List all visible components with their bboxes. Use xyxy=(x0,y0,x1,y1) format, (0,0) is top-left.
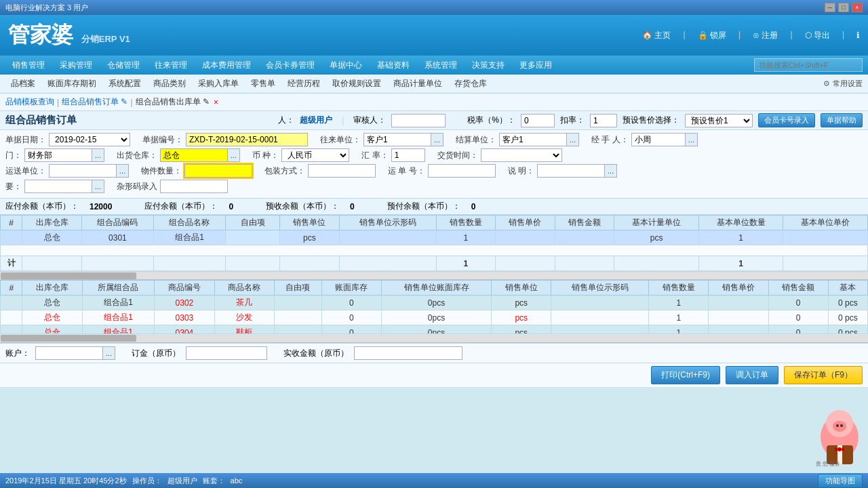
svg-rect-8 xyxy=(837,445,842,464)
to-unit-input[interactable] xyxy=(363,133,431,146)
settle-label: 结算单位： xyxy=(456,134,496,146)
payee-input[interactable] xyxy=(35,346,103,360)
must-btn[interactable]: … xyxy=(92,180,104,193)
help-btn[interactable]: 单据帮助 xyxy=(821,113,863,127)
nav-voucher[interactable]: 单据中心 xyxy=(323,58,369,73)
exchange-input[interactable] xyxy=(391,148,425,162)
tax-rate-input[interactable] xyxy=(521,114,555,127)
must-input[interactable] xyxy=(24,180,92,193)
page-title-row: 组合品销售订单 人： 超级用户 | 审核人： 税率（%）： 扣率： 预设售价选择… xyxy=(0,111,868,130)
tool-account-init[interactable]: 账面库存期初 xyxy=(42,77,102,91)
shipping-no-input[interactable] xyxy=(428,164,496,178)
maximize-button[interactable]: □ xyxy=(838,3,849,12)
nav-transactions[interactable]: 往来管理 xyxy=(148,58,194,73)
pack-input[interactable] xyxy=(308,164,376,178)
function-map-button[interactable]: 功能导图 xyxy=(818,474,863,488)
handler-btn[interactable]: … xyxy=(686,133,698,146)
top-table: # 出库仓库 组合品编码 组合品名称 自由项 销售单位 销售单位示形码 销售数量… xyxy=(0,215,868,271)
settings-area: ⚙ 常用设置 xyxy=(823,79,863,89)
import-button[interactable]: 调入订单 xyxy=(726,366,778,384)
handler-input[interactable] xyxy=(631,133,686,146)
col-combo-name: 组合品名称 xyxy=(153,216,225,230)
qty-input[interactable] xyxy=(184,164,252,178)
bc-close-icon[interactable]: × xyxy=(214,98,218,107)
tool-product-file[interactable]: 品档案 xyxy=(5,77,41,91)
nav-basics[interactable]: 基础资料 xyxy=(370,58,416,73)
settle-input[interactable] xyxy=(499,133,567,146)
tool-unit[interactable]: 商品计量单位 xyxy=(388,77,448,91)
nav-decision[interactable]: 决策支持 xyxy=(465,58,511,73)
lock-link[interactable]: 🔒 锁屏 xyxy=(698,30,726,41)
settle-btn[interactable]: … xyxy=(567,133,579,146)
doc-no-input[interactable] xyxy=(186,133,308,146)
warehouse-input[interactable] xyxy=(160,148,228,162)
warehouse-btn[interactable]: … xyxy=(228,148,240,162)
nav-sales[interactable]: 销售管理 xyxy=(5,58,52,73)
status-bar: 2019年2月15日 星期五 20时45分2秒 操作员： 超级用户 账套： ab… xyxy=(0,473,868,488)
minimize-button[interactable]: ─ xyxy=(825,3,835,12)
barcode-input[interactable] xyxy=(160,180,228,193)
save-button[interactable]: 保存订单（F9） xyxy=(784,366,863,384)
home-link[interactable]: 🏠 主页 xyxy=(642,30,671,41)
table-row[interactable]: 总仓 0301 组合品1 pcs 1 pcs 1 xyxy=(1,230,868,245)
close-button[interactable]: × xyxy=(852,3,863,12)
tool-product-category[interactable]: 商品类别 xyxy=(148,77,191,91)
shipping-combo: … xyxy=(49,164,129,178)
shipping-label: 运送单位： xyxy=(5,165,46,177)
dept-btn[interactable]: … xyxy=(92,148,104,162)
to-unit-label: 往来单位： xyxy=(320,134,361,146)
table-row[interactable]: 总仓 组合品1 0303 沙发 0 0pcs pcs 1 0 0 pcs xyxy=(1,310,868,325)
nav-cost[interactable]: 成本费用管理 xyxy=(195,58,258,73)
payee-btn[interactable]: … xyxy=(103,346,115,360)
received-input[interactable] xyxy=(354,346,462,360)
nav-system[interactable]: 系统管理 xyxy=(418,58,464,73)
tool-sys-config[interactable]: 系统配置 xyxy=(103,77,146,91)
svg-point-1 xyxy=(826,410,853,437)
discount-input[interactable] xyxy=(590,114,617,127)
toolbar: 品档案 账面库存期初 系统配置 商品类别 采购入库单 零售单 经营历程 取价规则… xyxy=(0,75,868,94)
tool-retail[interactable]: 零售单 xyxy=(245,77,281,91)
currency-select[interactable]: 人民币 xyxy=(281,148,349,162)
tool-operation-history[interactable]: 经营历程 xyxy=(282,77,326,91)
shipping-input[interactable] xyxy=(49,164,117,178)
table-row[interactable]: 总仓 组合品1 0302 茶几 0 0pcs pcs 1 0 0 pcs xyxy=(1,296,868,310)
shipping-btn[interactable]: … xyxy=(117,164,129,178)
window-controls[interactable]: ─ □ × xyxy=(825,3,863,12)
total-row: 计 1 1 xyxy=(1,256,868,271)
col-base-price: 基本单位单价 xyxy=(783,216,868,230)
table-row[interactable]: 总仓 组合品1 0304 鞋柜 0 0pcs pcs 1 0 0 pcs xyxy=(1,325,868,335)
nav-membership[interactable]: 会员卡券管理 xyxy=(259,58,321,73)
note-combo: … xyxy=(537,164,617,178)
note-input[interactable] xyxy=(537,164,605,178)
col-sale-amount: 销售金额 xyxy=(555,216,614,230)
bottom-scrollbar[interactable] xyxy=(0,335,868,343)
bc-combo-sale-order[interactable]: 组合品销售订单 ✎ xyxy=(62,96,127,108)
app-subtitle: 分销ERP V1 xyxy=(81,34,130,44)
export-link[interactable]: ⬡ 导出 xyxy=(805,30,830,41)
window-title: 电脑行业解决方案 3 用户 xyxy=(5,3,825,13)
top-table-header: # 出库仓库 组合品编码 组合品名称 自由项 销售单位 销售单位示形码 销售数量… xyxy=(1,216,868,230)
tool-price-rules[interactable]: 取价规则设置 xyxy=(327,77,387,91)
print-button[interactable]: 打印(Ctrl+F9) xyxy=(651,366,720,384)
register-link[interactable]: ⊙ 注册 xyxy=(753,30,778,41)
tool-stock-warehouse[interactable]: 存货仓库 xyxy=(449,77,492,91)
order-input[interactable] xyxy=(186,346,267,360)
settings-label[interactable]: 常用设置 xyxy=(833,79,863,89)
dept-input[interactable] xyxy=(24,148,92,162)
warehouse-combo: … xyxy=(160,148,240,162)
function-search-input[interactable] xyxy=(754,58,863,72)
price-select[interactable]: 预设售价1 xyxy=(685,114,753,127)
info-link[interactable]: ℹ xyxy=(856,30,860,41)
nav-warehouse[interactable]: 仓储管理 xyxy=(100,58,146,73)
member-card-btn[interactable]: 会员卡号录入 xyxy=(758,113,815,127)
trade-time-select[interactable] xyxy=(481,148,562,162)
top-scrollbar[interactable] xyxy=(0,272,868,280)
note-btn[interactable]: … xyxy=(605,164,617,178)
to-unit-btn[interactable]: … xyxy=(431,133,443,146)
tool-purchase-receipt[interactable]: 采购入库单 xyxy=(193,77,244,91)
bc-template-query[interactable]: 品销模板查询 xyxy=(5,96,54,108)
nav-more[interactable]: 更多应用 xyxy=(513,58,559,73)
nav-purchase[interactable]: 采购管理 xyxy=(53,58,99,73)
date-input[interactable]: 2019-02-15 xyxy=(49,133,130,146)
auditor-input[interactable] xyxy=(391,114,446,127)
